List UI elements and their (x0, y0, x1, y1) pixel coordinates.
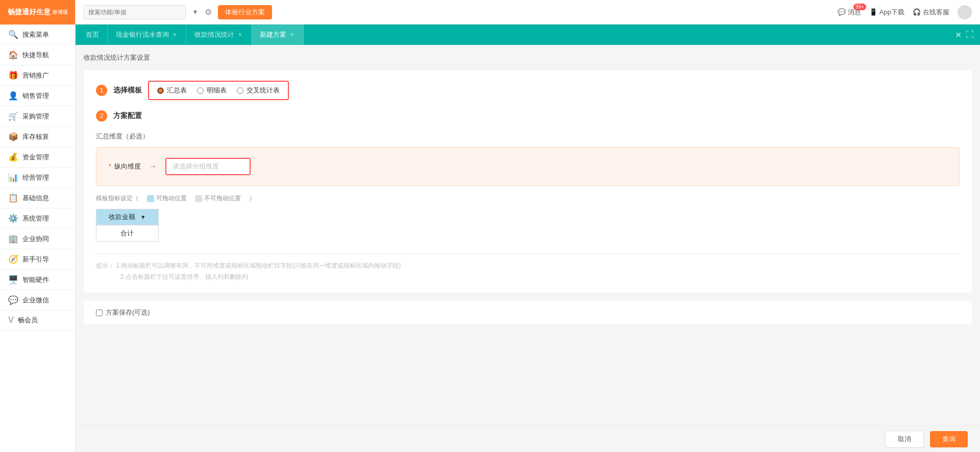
quick-nav-label: 快捷导航 (22, 51, 49, 60)
avatar[interactable] (958, 5, 972, 19)
sidebar-item-operation[interactable]: 📊经营管理 (0, 168, 75, 188)
tab-bank-flow[interactable]: 现金银行流水查询× (108, 25, 186, 45)
finance-icon: 💰 (8, 152, 18, 162)
radio-cross[interactable]: 交叉统计表 (237, 86, 280, 95)
query-button[interactable]: 查询 (930, 431, 968, 447)
notification-icon: 💬 (838, 8, 846, 16)
sidebar-item-sales[interactable]: 👤销售管理 (0, 86, 75, 106)
sidebar-item-wechat[interactable]: 💬企业微信 (0, 290, 75, 311)
logo-sub: 标准版 (53, 9, 68, 16)
tab-label-home: 首页 (86, 30, 99, 39)
metrics-header-caret[interactable]: ▼ (140, 214, 146, 220)
radio-summary[interactable]: 汇总表 (157, 86, 187, 95)
inventory-icon: 📦 (8, 132, 18, 141)
online-service-btn[interactable]: 🎧 在线客服 (913, 8, 949, 17)
wechat-label: 企业微信 (22, 296, 49, 305)
sidebar: 畅捷通好生意 标准版 🔍搜索菜单🏠快捷导航🎁营销推广👤销售管理🛒采购管理📦库存核… (0, 0, 76, 452)
service-icon: 🎧 (913, 8, 921, 16)
guide-icon: 🧭 (8, 254, 18, 264)
step1-badge: 1 (96, 85, 107, 96)
radio-cross-label: 交叉统计表 (247, 86, 280, 95)
tabbar: 首页现金银行流水查询×收款情况统计×新建方案× ✕ ⛶ (76, 25, 980, 45)
app-download-btn[interactable]: 📱 App下载 (869, 8, 904, 17)
operation-icon: 📊 (8, 173, 18, 182)
metrics-legend: 模板指标设定（ 可拖动位置 不可拖动位置 ） (96, 194, 960, 203)
cancel-button[interactable]: 取消 (885, 431, 924, 448)
gear-icon[interactable]: ⚙ (205, 7, 212, 17)
save-option[interactable]: 方案保存(可选) (96, 308, 150, 317)
save-checkbox[interactable] (96, 310, 103, 316)
step2-label: 方案配置 (113, 111, 142, 121)
download-label: App下载 (879, 8, 904, 17)
operation-label: 经营管理 (22, 173, 49, 182)
page-content: 收款情况统计方案设置 1 选择模板 汇总表 明细表 (76, 45, 980, 425)
config-section: 汇总维度（必选） * 纵向维度 → 请选择分组维度 模板指标设定（ (96, 132, 960, 282)
tab-label-bank-flow: 现金银行流水查询 (116, 30, 169, 39)
maximize-icon[interactable]: ⛶ (966, 30, 974, 39)
guide-label: 新手引导 (22, 255, 49, 264)
sidebar-item-hardware[interactable]: 🖥️智能硬件 (0, 270, 75, 290)
tab-close-bank-flow[interactable]: × (172, 30, 178, 39)
system-icon: ⚙️ (8, 213, 18, 223)
sidebar-item-search-menu[interactable]: 🔍搜索菜单 (0, 25, 75, 45)
draggable-icon (147, 195, 154, 202)
metrics-total-row: 合计 (96, 225, 158, 241)
step1-label: 选择模板 (113, 86, 142, 95)
logo-text: 畅捷通好生意 (8, 8, 51, 17)
sidebar-item-enterprise[interactable]: 🏢企业协同 (0, 229, 75, 249)
tab-close-collection-stat[interactable]: × (237, 30, 243, 39)
tab-collection-stat[interactable]: 收款情况统计× (186, 25, 252, 45)
hardware-icon: 🖥️ (8, 275, 18, 284)
legend-draggable: 可拖动位置 (147, 194, 187, 203)
quick-nav-icon: 🏠 (8, 50, 18, 60)
radio-detail[interactable]: 明细表 (197, 86, 227, 95)
system-label: 系统管理 (22, 214, 49, 223)
metrics-table: 收款金额 ▼ 合计 (96, 209, 159, 242)
dimension-section-title: 汇总维度（必选） (96, 132, 960, 141)
radio-cross-input[interactable] (237, 87, 243, 94)
search-input[interactable] (84, 5, 186, 19)
tab-new-plan[interactable]: 新建方案× (252, 25, 304, 45)
topbar-right: 💬 消息 99+ 📱 App下载 🎧 在线客服 (838, 5, 972, 19)
industry-btn[interactable]: 体验行业方案 (218, 5, 272, 19)
notification-btn[interactable]: 💬 消息 99+ (838, 8, 861, 17)
legend-nodrag: 不可拖动位置 (195, 194, 241, 203)
sidebar-item-purchase[interactable]: 🛒采购管理 (0, 106, 75, 127)
sidebar-item-system[interactable]: ⚙️系统管理 (0, 208, 75, 229)
main-area: ▼ ⚙ 体验行业方案 💬 消息 99+ 📱 App下载 🎧 在线客服 首页现金银… (76, 0, 980, 452)
wechat-icon: 💬 (8, 295, 18, 305)
member-label: 畅会员 (18, 316, 38, 325)
radio-detail-input[interactable] (197, 87, 204, 94)
sidebar-item-inventory[interactable]: 📦库存核算 (0, 127, 75, 147)
search-menu-label: 搜索菜单 (22, 30, 49, 39)
dimension-row: * 纵向维度 → 请选择分组维度 (109, 158, 947, 175)
metrics-table-header: 收款金额 ▼ (96, 209, 158, 225)
sidebar-item-finance[interactable]: 💰资金管理 (0, 147, 75, 168)
sidebar-item-member[interactable]: V畅会员 (0, 311, 75, 330)
sidebar-item-guide[interactable]: 🧭新手引导 (0, 249, 75, 270)
dimension-area: * 纵向维度 → 请选择分组维度 (96, 147, 960, 186)
arrow-icon: → (149, 162, 157, 171)
sidebar-item-marketing[interactable]: 🎁营销推广 (0, 65, 75, 86)
metrics-config-label: 模板指标设定（ (96, 194, 139, 203)
radio-summary-input[interactable] (157, 87, 164, 94)
purchase-icon: 🛒 (8, 111, 18, 121)
dimension-selector[interactable]: 请选择分组维度 (165, 158, 251, 175)
sidebar-item-quick-nav[interactable]: 🏠快捷导航 (0, 45, 75, 65)
vertical-dimension-label: * 纵向维度 (109, 162, 141, 171)
legend-close: ） (249, 194, 255, 203)
sales-label: 销售管理 (22, 91, 49, 101)
template-options: 汇总表 明细表 交叉统计表 (148, 81, 289, 100)
tab-close-new-plan[interactable]: × (289, 30, 295, 39)
sidebar-item-basic-info[interactable]: 📋基础信息 (0, 188, 75, 208)
sales-icon: 👤 (8, 91, 18, 101)
search-caret-icon[interactable]: ▼ (192, 8, 199, 16)
form-card: 1 选择模板 汇总表 明细表 交叉统计表 (84, 70, 972, 293)
close-window-icon[interactable]: ✕ (955, 30, 962, 40)
nodrag-icon (195, 195, 202, 202)
sidebar-logo: 畅捷通好生意 标准版 (0, 0, 75, 25)
tab-label-new-plan: 新建方案 (260, 30, 286, 39)
nodrag-label: 不可拖动位置 (204, 194, 241, 203)
page-title: 收款情况统计方案设置 (84, 53, 972, 62)
tab-home[interactable]: 首页 (78, 25, 108, 45)
